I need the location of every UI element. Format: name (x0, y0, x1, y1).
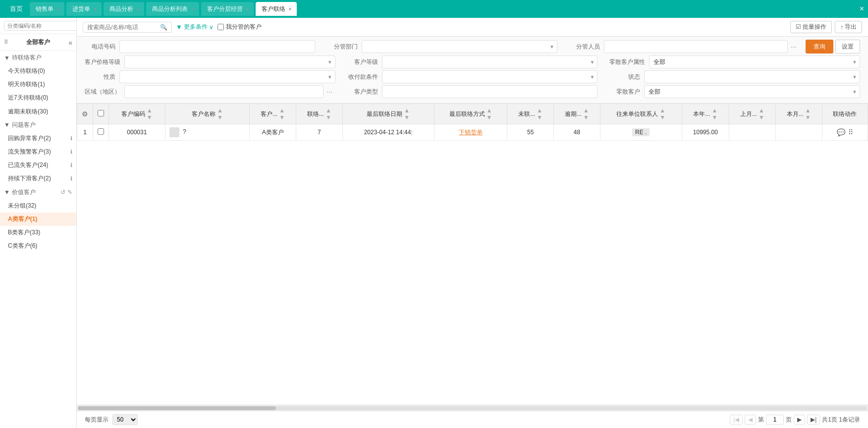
name-sort[interactable]: ▲▼ (217, 107, 223, 121)
row-select[interactable] (98, 128, 104, 135)
value-refresh-icon[interactable]: ↺ (60, 189, 65, 196)
row-last-method[interactable]: 下销货单 (434, 124, 507, 141)
region-input[interactable] (124, 85, 324, 98)
page-next-btn[interactable]: ▶ (794, 415, 805, 425)
scrollbar-thumb[interactable] (78, 406, 276, 410)
lastdate-sort[interactable]: ▲▼ (404, 107, 410, 121)
thisyear-sort[interactable]: ▲▼ (711, 107, 717, 121)
filter-icon: ▼ (176, 23, 182, 31)
per-page-select[interactable]: 50 100 200 (112, 414, 138, 425)
customer-level-select[interactable] (382, 55, 598, 68)
row-this-year: 10995.00 (682, 124, 729, 141)
filter-my-customers[interactable]: 我分管的客户 (217, 23, 262, 31)
page-first-btn[interactable]: |◀ (730, 415, 743, 425)
payment-wrapper: ▼ (382, 70, 598, 83)
nav-tab-purchase-close[interactable]: × (93, 2, 96, 16)
nav-tab-analysis-list-close[interactable]: × (191, 2, 194, 16)
ctype-sort[interactable]: ▲▼ (279, 107, 285, 121)
nav-tab-analysis-close[interactable]: × (136, 2, 139, 16)
row-last-month (729, 124, 776, 141)
notcontact-sort[interactable]: ▲▼ (537, 107, 542, 121)
region-dots[interactable]: ··· (324, 88, 335, 96)
filter-more-conditions[interactable]: ▼ 更多条件 ∨ (176, 23, 214, 31)
retail-select[interactable]: 全部 (644, 85, 860, 98)
value-edit-icon[interactable]: ✎ (67, 189, 72, 196)
code-sort[interactable]: ▲▼ (147, 107, 153, 121)
sidebar-item-7days[interactable]: 近7天待联络(0) (0, 91, 76, 105)
sidebar-collapse-icon[interactable]: « (68, 39, 72, 47)
nav-tab-sales[interactable]: 销售单 × (30, 2, 64, 16)
page-last-btn[interactable]: ▶| (807, 415, 820, 425)
nav-home[interactable]: 首页 (4, 0, 29, 18)
filter-search-input[interactable] (87, 24, 160, 31)
action-barcode-icon[interactable]: ⠿ (848, 128, 853, 136)
th-gear: ⚙ (77, 104, 93, 124)
my-customers-checkbox[interactable] (217, 24, 224, 30)
sidebar-item-class-a[interactable]: A类客户(1) (0, 213, 76, 226)
sidebar-item-ungrouped[interactable]: 未分组(32) (0, 199, 76, 213)
nav-tab-analysis-list[interactable]: 商品分析列表 × (146, 2, 199, 16)
lastmethod-sort[interactable]: ▲▼ (487, 107, 492, 121)
action-chat-icon[interactable]: 💬 (837, 128, 845, 136)
declining-info-icon[interactable]: ℹ (70, 174, 72, 183)
repurchase-info-icon[interactable]: ℹ (70, 134, 72, 143)
churn-warning-info-icon[interactable]: ℹ (70, 148, 72, 157)
lastmonth-sort[interactable]: ▲▼ (759, 107, 764, 121)
table-select-all[interactable] (98, 110, 104, 116)
sidebar-item-lost[interactable]: 已流失客户(24) ℹ (0, 159, 76, 172)
overdue-sort[interactable]: ▲▼ (583, 107, 589, 121)
thismonth-sort[interactable]: ▲▼ (805, 107, 811, 121)
sidebar-item-churn-warning[interactable]: 流失预警客户(3) ℹ (0, 145, 76, 159)
th-last-contact-date: 最后联络日期 ▲▼ (342, 104, 434, 124)
dept-select[interactable] (362, 40, 557, 53)
query-button[interactable]: 查询 (806, 40, 833, 54)
sidebar-item-tomorrow[interactable]: 明天待联络(1) (0, 78, 76, 91)
filter-more-label: 更多条件 (184, 23, 208, 31)
nav-tab-customer-contact[interactable]: 客户联络 × (256, 2, 296, 16)
page-input[interactable] (766, 415, 784, 425)
sidebar-item-declining[interactable]: 持续下滑客户(2) ℹ (0, 172, 76, 185)
sidebar-item-class-c[interactable]: C类客户(6) (0, 239, 76, 253)
filter-search-icon[interactable]: 🔍 (160, 24, 167, 31)
nav-tab-purchase[interactable]: 进货单 × (66, 2, 101, 16)
sidebar-section-pending[interactable]: ▼ 待联络客户 (0, 51, 76, 64)
sidebar-search-input[interactable] (4, 21, 77, 31)
sidebar-item-repurchase-abnormal[interactable]: 回购异常客户(2) ℹ (0, 132, 76, 145)
top-nav-close[interactable]: × (860, 4, 864, 13)
sidebar-all-customers[interactable]: ⠿ 全部客户 « (0, 34, 76, 51)
customer-type-input[interactable] (382, 85, 598, 98)
nav-tab-customer-contact-close[interactable]: × (288, 2, 291, 16)
row-checkbox[interactable] (93, 124, 109, 141)
price-level-select[interactable] (124, 55, 335, 68)
nav-tab-customer-segment[interactable]: 客户分层经营 × (201, 2, 254, 16)
phone-input[interactable] (119, 40, 315, 53)
batch-op-label: 批量操作 (803, 23, 826, 30)
nav-tab-analysis[interactable]: 商品分析 × (104, 2, 144, 16)
sidebar-item-class-b[interactable]: B类客户(33) (0, 226, 76, 239)
person-input[interactable] (604, 40, 788, 53)
batch-op-button[interactable]: ☑ 批量操作 (790, 21, 832, 33)
export-button[interactable]: ↑ 导出 (835, 21, 862, 33)
retail-attr-select[interactable]: 全部 (649, 55, 860, 68)
nav-tab-customer-segment-close[interactable]: × (246, 2, 249, 16)
row-last-date: 2023-04-12 14:44: (342, 124, 434, 141)
setting-button[interactable]: 设置 (835, 40, 860, 54)
adv-filter-phone: 电话号码 (85, 40, 315, 53)
status-select[interactable] (644, 70, 860, 83)
contact-sort[interactable]: ▲▼ (326, 107, 331, 121)
adv-filter-customer-type: 客户类型 (347, 85, 598, 98)
horizontal-scrollbar[interactable] (77, 405, 868, 411)
table-gear-icon[interactable]: ⚙ (82, 110, 88, 118)
payment-select[interactable] (382, 70, 598, 83)
nav-tab-sales-close[interactable]: × (56, 2, 59, 16)
lost-info-icon[interactable]: ℹ (70, 161, 72, 170)
nature-label: 性质 (85, 73, 119, 81)
person-dots[interactable]: ··· (788, 43, 800, 51)
sidebar-item-today[interactable]: 今天待联络(0) (0, 64, 76, 78)
sidebar-section-problem[interactable]: ▼ 问题客户 (0, 118, 76, 132)
page-prev-btn[interactable]: ◀ (745, 415, 756, 425)
sidebar-item-overdue[interactable]: 逾期未联络(30) (0, 105, 76, 118)
contacts-sort[interactable]: ▲▼ (659, 107, 665, 121)
nature-select[interactable] (119, 70, 335, 83)
sidebar-section-value[interactable]: ▼ 价值客户 ↺ ✎ (0, 186, 76, 199)
